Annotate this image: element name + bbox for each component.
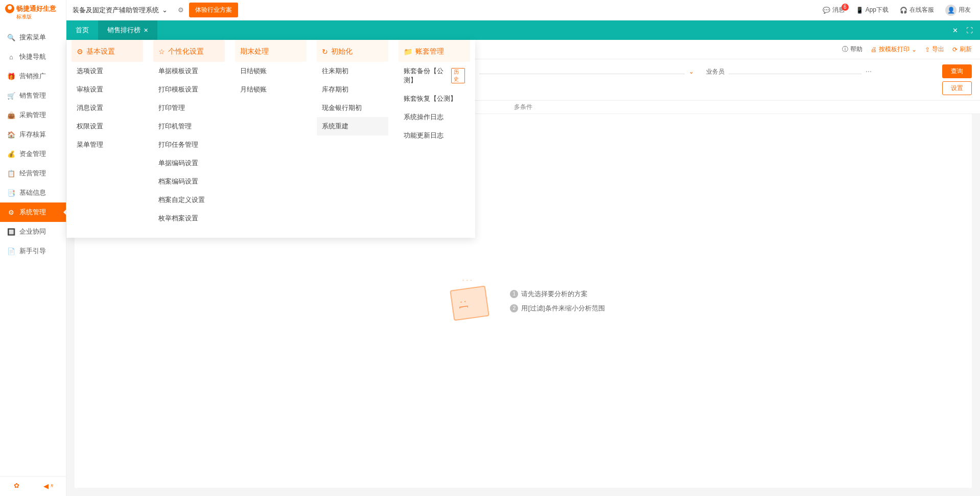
tab-1[interactable]: 销售排行榜✕ xyxy=(98,20,157,40)
logo[interactable]: 畅捷通好生意 标准版 xyxy=(0,0,66,25)
mega-col-title: ☆个性化设置 xyxy=(153,40,225,62)
sidebar-item-2[interactable]: 🎁营销推广 xyxy=(0,66,66,86)
mega-item-1-5[interactable]: 单据编码设置 xyxy=(153,154,225,172)
settings-icon[interactable]: ✿ xyxy=(0,477,33,496)
mega-item-0-2[interactable]: 消息设置 xyxy=(72,99,143,117)
tab-close-icon[interactable]: ✕ xyxy=(144,27,148,34)
tabbar: 首页销售排行榜✕ ✕ ⛶ xyxy=(66,20,980,40)
sidebar: 畅捷通好生意 标准版 🔍搜索菜单⌂快捷导航🎁营销推广🛒销售管理👜采购管理🏠库存核… xyxy=(0,0,66,496)
mega-item-2-1[interactable]: 月结锁账 xyxy=(235,80,307,99)
gear-icon[interactable]: ⚙ xyxy=(178,6,184,14)
mega-item-1-2[interactable]: 打印管理 xyxy=(153,99,225,117)
settings-button[interactable]: 设置 xyxy=(942,81,972,95)
brand-edition: 标准版 xyxy=(16,13,32,20)
sidebar-footer: ✿ ◀〃 xyxy=(0,476,66,496)
refresh-button[interactable]: ⟳ 刷新 xyxy=(952,45,972,54)
mega-item-1-3[interactable]: 打印机管理 xyxy=(153,117,225,136)
mega-item-4-2[interactable]: 系统操作日志 xyxy=(399,108,470,126)
mega-item-0-4[interactable]: 菜单管理 xyxy=(72,136,143,154)
nav-icon: 💰 xyxy=(7,150,15,158)
mega-item-3-3[interactable]: 系统重建 xyxy=(317,117,388,136)
sidebar-item-4[interactable]: 👜采购管理 xyxy=(0,105,66,125)
logo-icon xyxy=(5,4,14,13)
phone-icon: 📱 xyxy=(856,7,864,14)
section-icon: ☆ xyxy=(158,48,165,56)
empty-state: · · · 1 请先选择要分析的方案 2 用[过滤]条件来缩小分析范围 xyxy=(441,276,604,327)
mega-menu: ⚙基本设置选项设置审核设置消息设置权限设置菜单管理☆个性化设置单据模板设置打印模… xyxy=(66,40,475,238)
nav-icon: 🔍 xyxy=(7,33,15,41)
mega-item-1-1[interactable]: 打印模板设置 xyxy=(153,80,225,99)
hidden-field-2[interactable] xyxy=(479,70,685,74)
section-icon: ⚙ xyxy=(77,48,83,56)
chevron-down-icon: ⌄ xyxy=(912,46,917,53)
empty-step-1: 1 请先选择要分析的方案 xyxy=(510,289,604,299)
mega-item-4-3[interactable]: 功能更新日志 xyxy=(399,126,470,145)
mega-item-4-1[interactable]: 账套恢复【公测】 xyxy=(399,89,470,108)
query-button[interactable]: 查询 xyxy=(942,64,972,78)
print-button[interactable]: 🖨 按模板打印 ⌄ xyxy=(871,45,917,54)
sidebar-item-11[interactable]: 📄新手引导 xyxy=(0,241,66,261)
mega-item-2-0[interactable]: 日结锁账 xyxy=(235,62,307,80)
sidebar-item-8[interactable]: 📑基础信息 xyxy=(0,183,66,202)
mega-item-1-6[interactable]: 档案编码设置 xyxy=(153,172,225,191)
mega-item-0-1[interactable]: 审核设置 xyxy=(72,80,143,99)
mega-col-title: 期末处理 xyxy=(235,40,307,62)
nav-icon: 🏠 xyxy=(7,130,15,139)
trial-button[interactable]: 体验行业方案 xyxy=(189,3,238,17)
mega-item-3-0[interactable]: 往来期初 xyxy=(317,62,388,80)
topbar: 装备及固定资产辅助管理系统 ⌄ ⚙ 体验行业方案 💬 消息 6 📱 App下载 … xyxy=(66,0,980,20)
export-button[interactable]: ⇪ 导出 xyxy=(925,45,944,54)
section-icon: ↻ xyxy=(322,48,328,56)
mega-item-3-2[interactable]: 现金银行期初 xyxy=(317,99,388,117)
mega-item-1-0[interactable]: 单据模板设置 xyxy=(153,62,225,80)
nav-icon: 👜 xyxy=(7,111,15,119)
chevron-down-icon[interactable]: ⌄ xyxy=(689,68,694,75)
mega-col-title: 📁账套管理 xyxy=(399,40,470,62)
sidebar-item-9[interactable]: ⚙系统管理 xyxy=(0,202,66,222)
nav-icon: 🔲 xyxy=(7,228,15,236)
collapse-icon[interactable]: ◀〃 xyxy=(33,477,66,496)
user-menu[interactable]: 👤 用友 xyxy=(942,5,974,16)
nav-icon: ⌂ xyxy=(7,53,15,61)
help-icon: ⓘ xyxy=(842,45,848,54)
sidebar-item-3[interactable]: 🛒销售管理 xyxy=(0,86,66,105)
sidebar-item-5[interactable]: 🏠库存核算 xyxy=(0,125,66,144)
mega-item-0-3[interactable]: 权限设置 xyxy=(72,117,143,136)
avatar-icon: 👤 xyxy=(945,5,956,16)
mega-col-3: ↻初始化往来期初库存期初现金银行期初系统重建 xyxy=(312,40,393,228)
chevron-down-icon: ⌄ xyxy=(162,6,168,14)
nav-icon: 📑 xyxy=(7,189,15,197)
mega-item-3-1[interactable]: 库存期初 xyxy=(317,80,388,99)
sidebar-item-7[interactable]: 📋经营管理 xyxy=(0,164,66,183)
messages-button[interactable]: 💬 消息 6 xyxy=(820,6,848,14)
export-icon: ⇪ xyxy=(925,46,930,53)
close-all-icon[interactable]: ✕ xyxy=(950,25,960,36)
mega-item-4-0[interactable]: 账套备份【公测】历史 xyxy=(399,62,470,89)
history-tag: 历史 xyxy=(451,68,465,83)
mega-item-1-8[interactable]: 枚举档案设置 xyxy=(153,209,225,228)
sidebar-item-6[interactable]: 💰资金管理 xyxy=(0,144,66,164)
mega-col-title: ⚙基本设置 xyxy=(72,40,143,62)
system-name: 装备及固定资产辅助管理系统 xyxy=(73,6,159,15)
sidebar-item-1[interactable]: ⌂快捷导航 xyxy=(0,47,66,66)
app-download-button[interactable]: 📱 App下载 xyxy=(853,6,892,14)
mega-item-1-7[interactable]: 档案自定义设置 xyxy=(153,191,225,209)
help-button[interactable]: ⓘ 帮助 xyxy=(842,45,862,54)
more-icon[interactable]: ⋯ xyxy=(866,68,872,75)
nav-icon: 🛒 xyxy=(7,92,15,100)
refresh-icon: ⟳ xyxy=(952,46,958,53)
fullscreen-icon[interactable]: ⛶ xyxy=(964,25,975,36)
printer-icon: 🖨 xyxy=(871,46,877,53)
mega-item-1-4[interactable]: 打印任务管理 xyxy=(153,136,225,154)
salesperson-label: 业务员 xyxy=(706,67,725,76)
nav-icon: 📄 xyxy=(7,247,15,255)
system-selector[interactable]: 装备及固定资产辅助管理系统 ⌄ xyxy=(73,6,173,15)
salesperson-input[interactable] xyxy=(729,70,861,74)
tab-0[interactable]: 首页 xyxy=(66,20,98,40)
mega-col-2: 期末处理日结锁账月结锁账 xyxy=(230,40,312,228)
sidebar-item-10[interactable]: 🔲企业协同 xyxy=(0,222,66,241)
online-service-button[interactable]: 🎧 在线客服 xyxy=(897,6,937,14)
mega-item-0-0[interactable]: 选项设置 xyxy=(72,62,143,80)
sidebar-item-0[interactable]: 🔍搜索菜单 xyxy=(0,28,66,47)
empty-illustration: · · · xyxy=(441,276,498,327)
